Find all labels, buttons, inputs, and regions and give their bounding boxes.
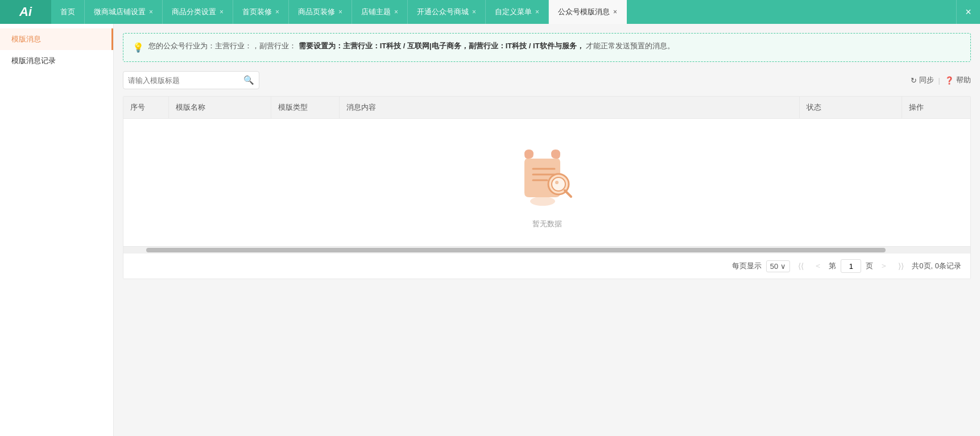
content-area: 💡 您的公众号行业为：主营行业：，副营行业： 需要设置为：主营行业：IT科技 /… (114, 24, 980, 436)
toolbar-right: ↻ 同步 | ❓ 帮助 (911, 75, 971, 85)
sync-icon: ↻ (911, 76, 917, 85)
close-icon[interactable]: × (275, 8, 279, 16)
close-all-button[interactable]: × (956, 0, 980, 24)
nav-tab-home[interactable]: 首页 (51, 0, 85, 24)
close-icon[interactable]: × (394, 8, 398, 16)
notice-icon: 💡 (133, 41, 144, 55)
empty-text: 暂无数据 (532, 219, 562, 229)
sidebar-item-template-msg-record[interactable]: 模版消息记录 (0, 50, 113, 72)
col-name: 模版名称 (169, 97, 271, 118)
prev-page-button[interactable]: ＜ (812, 260, 824, 272)
pagination-summary: 共0页, 0条记录 (912, 261, 961, 271)
col-index: 序号 (123, 97, 169, 118)
sidebar: 模版消息 模版消息记录 (0, 24, 114, 436)
sidebar-item-template-msg[interactable]: 模版消息 (0, 28, 113, 50)
col-content: 消息内容 (340, 97, 800, 118)
close-icon[interactable]: × (535, 8, 539, 16)
next-page-button[interactable]: ＞ (878, 260, 890, 272)
pagination: 每页显示 50 ∨ ⟨⟨ ＜ 第 页 ＞ ⟩⟩ 共0页, 0条记录 (123, 253, 970, 279)
close-icon[interactable]: × (149, 8, 153, 16)
empty-illustration (513, 142, 581, 210)
nav-tab-category-settings[interactable]: 商品分类设置 × (163, 0, 233, 24)
col-status: 状态 (800, 97, 902, 118)
nav-tab-shop-settings[interactable]: 微商城店铺设置 × (85, 0, 163, 24)
page-label-after: 页 (866, 261, 873, 271)
nav-tab-template-message[interactable]: 公众号模版消息 × (549, 0, 627, 24)
close-icon[interactable]: × (220, 8, 224, 16)
svg-line-6 (565, 190, 571, 197)
sync-button[interactable]: ↻ 同步 (911, 75, 934, 85)
nav-tabs: 首页 微商城店铺设置 × 商品分类设置 × 首页装修 × 商品页装修 × 店铺主… (51, 0, 956, 24)
page-size-label: 每页显示 (732, 261, 762, 271)
scroll-thumb[interactable] (146, 248, 886, 252)
help-icon: ❓ (945, 76, 954, 85)
page-label-before: 第 (829, 261, 836, 271)
empty-state: 暂无数据 (123, 119, 970, 246)
first-page-button[interactable]: ⟨⟨ (795, 260, 807, 272)
close-icon[interactable]: × (338, 8, 342, 16)
top-nav: Ai 首页 微商城店铺设置 × 商品分类设置 × 首页装修 × 商品页装修 × … (0, 0, 980, 24)
col-action: 操作 (902, 97, 970, 118)
logo: Ai (0, 0, 51, 24)
svg-point-7 (555, 181, 559, 184)
nav-tab-open-mall[interactable]: 开通公众号商城 × (408, 0, 486, 24)
search-input-wrap[interactable]: 🔍 (123, 71, 259, 89)
close-icon[interactable]: × (472, 8, 476, 16)
close-icon[interactable]: × (613, 8, 617, 16)
main-layout: 模版消息 模版消息记录 💡 您的公众号行业为：主营行业：，副营行业： 需要设置为… (0, 24, 980, 436)
search-input[interactable] (128, 76, 243, 85)
search-icon[interactable]: 🔍 (243, 75, 254, 85)
table-container: 序号 模版名称 模版类型 消息内容 状态 操作 (123, 96, 971, 279)
horizontal-scrollbar[interactable] (123, 246, 970, 253)
chevron-down-icon: ∨ (780, 262, 786, 271)
nav-tab-shop-theme[interactable]: 店铺主题 × (352, 0, 408, 24)
svg-point-5 (552, 177, 565, 191)
nav-tab-product-decoration[interactable]: 商品页装修 × (289, 0, 352, 24)
col-type: 模版类型 (271, 97, 340, 118)
table-header: 序号 模版名称 模版类型 消息内容 状态 操作 (123, 97, 970, 119)
nav-tab-home-decoration[interactable]: 首页装修 × (233, 0, 289, 24)
search-area: 🔍 ↻ 同步 | ❓ 帮助 (123, 71, 971, 89)
last-page-button[interactable]: ⟩⟩ (895, 260, 907, 272)
page-input[interactable] (841, 259, 861, 273)
notice-banner: 💡 您的公众号行业为：主营行业：，副营行业： 需要设置为：主营行业：IT科技 /… (123, 33, 971, 62)
help-button[interactable]: ❓ 帮助 (945, 75, 971, 85)
toolbar-divider: | (938, 76, 940, 85)
page-size-select[interactable]: 50 ∨ (766, 260, 790, 272)
nav-tab-custom-menu[interactable]: 自定义菜单 × (486, 0, 549, 24)
svg-point-0 (530, 197, 555, 206)
